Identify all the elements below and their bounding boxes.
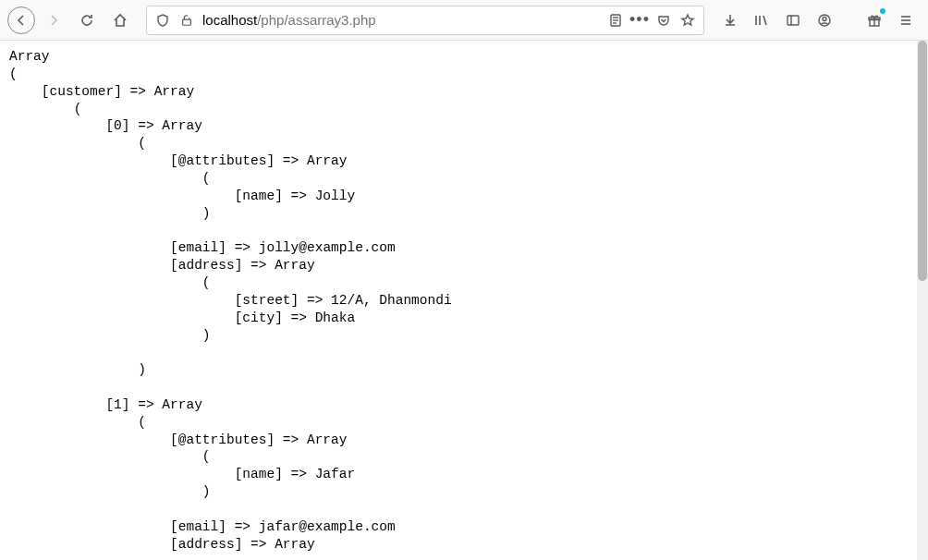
key-city: [city] <box>235 310 283 325</box>
whatsnew-button[interactable] <box>860 6 889 35</box>
library-icon <box>753 12 770 29</box>
key-email: [email] <box>170 240 226 255</box>
home-icon <box>113 13 128 28</box>
scrollbar-track[interactable] <box>917 41 928 560</box>
url-bar[interactable]: localhost/php/assarray3.php ••• <box>146 6 704 35</box>
sidebar-icon <box>786 13 800 28</box>
home-button[interactable] <box>105 6 135 35</box>
svg-rect-0 <box>183 19 191 25</box>
value-name-0: Jolly <box>315 189 356 203</box>
page-content: Array ( [customer] => Array ( [0] => Arr… <box>0 41 928 560</box>
back-button[interactable] <box>7 6 35 34</box>
page-actions-icon[interactable]: ••• <box>631 12 648 29</box>
download-icon <box>723 13 738 28</box>
toolbar-actions <box>715 6 921 35</box>
key-attributes: [@attributes] <box>170 153 275 168</box>
key-street: [street] <box>235 293 299 308</box>
account-button[interactable] <box>810 6 839 35</box>
browser-toolbar: localhost/php/assarray3.php ••• <box>0 0 928 41</box>
notification-dot-icon <box>880 8 885 14</box>
shield-icon[interactable] <box>154 12 171 29</box>
value-city-0: Dhaka <box>315 310 356 325</box>
value-street-0: 12/A, Dhanmondi <box>331 293 452 308</box>
gift-icon <box>867 13 882 28</box>
key-customer: [customer] <box>42 84 122 99</box>
value-email-1: jafar@example.com <box>259 519 396 534</box>
app-menu-button[interactable] <box>891 6 921 35</box>
sidebar-button[interactable] <box>778 6 808 35</box>
key-name: [name] <box>235 189 283 203</box>
url-text: localhost/php/assarray3.php <box>202 12 600 28</box>
svg-line-7 <box>763 16 766 25</box>
downloads-button[interactable] <box>715 6 745 35</box>
scrollbar-thumb[interactable] <box>918 41 927 281</box>
url-host: localhost <box>202 12 257 28</box>
svg-point-11 <box>823 17 826 20</box>
forward-arrow-icon <box>46 13 61 28</box>
key-address: [address] <box>170 258 242 273</box>
back-arrow-icon <box>14 13 29 28</box>
line-paren: ( <box>9 67 18 81</box>
value-email-0: jolly@example.com <box>259 240 396 255</box>
key-index-1: [1] <box>105 397 129 412</box>
hamburger-icon <box>898 13 913 28</box>
forward-button[interactable] <box>39 6 68 35</box>
lock-icon[interactable] <box>178 12 195 29</box>
svg-rect-8 <box>788 16 799 25</box>
pocket-icon[interactable] <box>655 12 672 29</box>
value-name-1: Jafar <box>315 467 356 481</box>
line-root: Array <box>9 49 50 64</box>
account-icon <box>817 13 832 28</box>
reload-icon <box>79 13 94 28</box>
library-button[interactable] <box>747 6 776 35</box>
reload-button[interactable] <box>72 6 102 35</box>
url-path: /php/assarray3.php <box>257 12 375 28</box>
reader-mode-icon[interactable] <box>607 12 624 29</box>
key-index-0: [0] <box>105 118 129 133</box>
bookmark-star-icon[interactable] <box>679 12 696 29</box>
